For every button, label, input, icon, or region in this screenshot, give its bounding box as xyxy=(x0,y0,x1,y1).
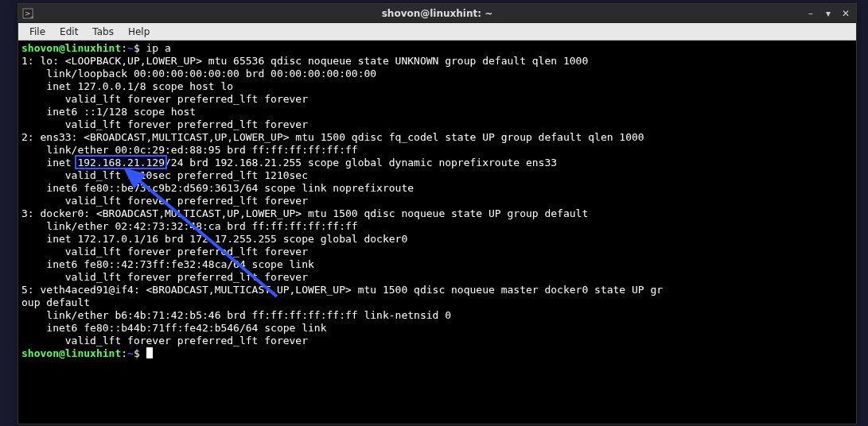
output-line: link/ether 02:42:73:32:48:ca brd ff:ff:f… xyxy=(21,220,853,233)
prompt-dollar: $ xyxy=(134,42,146,54)
svg-text:>_: >_ xyxy=(25,10,33,17)
output-line: valid_lft forever preferred_lft forever xyxy=(21,271,853,284)
output-line: valid_lft forever preferred_lft forever xyxy=(21,246,853,258)
menu-file[interactable]: File xyxy=(23,25,52,39)
menubar: File Edit Tabs Help xyxy=(18,23,856,41)
output-line: 2: ens33: <BROADCAST,MULTICAST,UP,LOWER_… xyxy=(21,131,853,144)
close-button[interactable]: ✕ xyxy=(840,8,851,19)
terminal-line: shovon@linuxhint:~$ xyxy=(21,347,853,360)
maximize-button[interactable]: ▾ xyxy=(823,8,834,19)
command-text: ip a xyxy=(146,42,171,54)
minimize-button[interactable]: – xyxy=(805,8,816,19)
output-line: inet 172.17.0.1/16 brd 172.17.255.255 sc… xyxy=(21,233,853,246)
prompt-user: shovon@linuxhint xyxy=(21,347,121,359)
menu-edit[interactable]: Edit xyxy=(53,25,84,39)
prompt-colon: : xyxy=(121,42,127,54)
output-line: link/ether 00:0c:29:ed:88:95 brd ff:ff:f… xyxy=(21,144,853,157)
output-line: inet 127.0.0.1/8 scope host lo xyxy=(21,80,853,93)
prompt-colon: : xyxy=(121,347,127,359)
output-line: valid_lft forever preferred_lft forever xyxy=(21,335,853,347)
output-line: valid_lft forever preferred_lft forever xyxy=(21,195,853,207)
output-line: inet6 fe80::42:73ff:fe32:48ca/64 scope l… xyxy=(21,258,853,271)
output-line: inet6 fe80::be73:c9b2:d569:3613/64 scope… xyxy=(21,182,853,195)
output-line: valid_lft forever preferred_lft forever xyxy=(21,118,853,131)
output-line: valid_lft forever preferred_lft forever xyxy=(21,93,853,106)
terminal-line: shovon@linuxhint:~$ ip a xyxy=(21,42,853,55)
menu-tabs[interactable]: Tabs xyxy=(86,25,120,39)
prompt-user: shovon@linuxhint xyxy=(21,42,121,54)
titlebar[interactable]: >_ shovon@linuxhint: ~ – ▾ ✕ xyxy=(18,4,856,23)
output-line: oup default xyxy=(21,296,853,309)
output-line: link/ether b6:4b:71:42:b5:46 brd ff:ff:f… xyxy=(21,309,853,322)
output-line: inet6 fe80::b44b:71ff:fe42:b546/64 scope… xyxy=(21,322,853,335)
app-icon: >_ xyxy=(21,7,34,20)
cursor xyxy=(146,347,153,358)
output-line: inet6 ::1/128 scope host xyxy=(21,106,853,118)
output-line: valid_lft 1210sec preferred_lft 1210sec xyxy=(21,169,853,182)
prompt-path: ~ xyxy=(127,42,134,54)
prompt-dollar: $ xyxy=(134,347,146,359)
window-controls: – ▾ ✕ xyxy=(805,8,856,19)
output-line: 5: veth4aced91@if4: <BROADCAST,MULTICAST… xyxy=(21,284,853,296)
terminal-area[interactable]: shovon@linuxhint:~$ ip a1: lo: <LOOPBACK… xyxy=(18,41,856,424)
prompt-path: ~ xyxy=(127,347,134,359)
output-line: link/loopback 00:00:00:00:00:00 brd 00:0… xyxy=(21,68,853,80)
window-title: shovon@linuxhint: ~ xyxy=(18,8,856,19)
output-line: inet 192.168.21.129/24 brd 192.168.21.25… xyxy=(21,157,853,169)
output-line: 3: docker0: <BROADCAST,MULTICAST,UP,LOWE… xyxy=(21,207,853,220)
menu-help[interactable]: Help xyxy=(122,25,156,39)
terminal-window: >_ shovon@linuxhint: ~ – ▾ ✕ File Edit T… xyxy=(18,3,857,424)
output-line: 1: lo: <LOOPBACK,UP,LOWER_UP> mtu 65536 … xyxy=(21,55,853,68)
